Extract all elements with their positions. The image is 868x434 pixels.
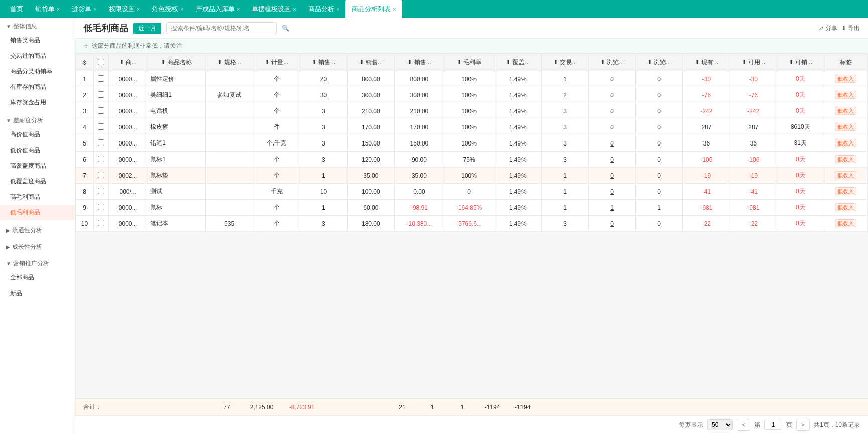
chevron-down-icon-2: ▼ <box>6 118 11 123</box>
sidebar-item-low-margin[interactable]: 低毛利商品 <box>0 205 75 220</box>
sidebar-item-traded-goods[interactable]: 交易过的商品 <box>0 48 75 64</box>
row-browse2: 0 <box>636 152 683 168</box>
row-stock: 287 <box>682 119 730 135</box>
filter-button[interactable]: 近一月 <box>133 23 161 34</box>
row-checkbox[interactable] <box>94 71 109 87</box>
table-header-row: ⚙ ⬆ 商... ⬆ 商品名称 ⬆ 规格... <box>76 54 868 71</box>
sort-icon-gr[interactable]: ⬆ <box>457 59 462 66</box>
row-spec: 535 <box>206 216 253 232</box>
row-browse1[interactable]: 0 <box>589 168 636 184</box>
sidebar-item-low-coverage[interactable]: 低覆盖度商品 <box>0 174 75 189</box>
sidebar-item-high-margin[interactable]: 高毛利商品 <box>0 189 75 205</box>
nav-item-home[interactable]: 首页 <box>4 0 29 18</box>
nav-item-finished-goods[interactable]: 产成品入库单 × <box>190 0 246 18</box>
col-checkbox[interactable] <box>94 54 109 71</box>
nav-item-purchase[interactable]: 进货单 × <box>66 0 102 18</box>
nav-item-roles[interactable]: 角色授权 × <box>146 0 189 18</box>
col-settings[interactable]: ⚙ <box>76 54 94 71</box>
row-salable: 0天 <box>777 152 824 168</box>
prev-page-button[interactable]: ＜ <box>737 419 750 431</box>
row-profit: 75% <box>444 152 494 168</box>
search-icon[interactable]: 🔍 <box>282 25 289 32</box>
sort-icon-av[interactable]: ⬆ <box>742 59 747 66</box>
sort-icon-name[interactable]: ⬆ <box>161 59 166 66</box>
row-checkbox[interactable] <box>94 200 109 216</box>
row-browse1[interactable]: 0 <box>589 216 636 232</box>
close-finished-goods-icon[interactable]: × <box>237 6 240 12</box>
row-browse1[interactable]: 1 <box>589 200 636 216</box>
row-amount: 300.00 <box>394 87 444 103</box>
nav-item-templates[interactable]: 单据模板设置 × <box>246 0 302 18</box>
row-browse1[interactable]: 0 <box>589 71 636 87</box>
sort-icon-spec[interactable]: ⬆ <box>217 59 222 66</box>
sort-icon-sal[interactable]: ⬆ <box>789 59 794 66</box>
row-checkbox[interactable] <box>94 103 109 119</box>
per-page-select[interactable]: 50 20 100 <box>707 419 733 430</box>
row-unit: 个,千克 <box>253 135 300 152</box>
sidebar-item-low-value[interactable]: 低价值商品 <box>0 142 75 158</box>
row-browse2: 0 <box>636 216 683 232</box>
table-row: 6 0000... 鼠标1 个 3 120.00 90.00 75% 1.49%… <box>76 152 868 168</box>
row-checkbox[interactable] <box>94 168 109 184</box>
sidebar-item-high-value[interactable]: 高价值商品 <box>0 127 75 142</box>
export-button[interactable]: ⬇ 导出 <box>841 24 860 33</box>
search-input[interactable] <box>166 22 277 34</box>
row-checkbox[interactable] <box>94 135 109 152</box>
row-browse1[interactable]: 0 <box>589 87 636 103</box>
row-browse1[interactable]: 0 <box>589 103 636 119</box>
row-checkbox[interactable] <box>94 216 109 232</box>
row-unit: 个 <box>253 200 300 216</box>
row-checkbox[interactable] <box>94 119 109 135</box>
select-all-checkbox[interactable] <box>98 59 104 65</box>
sidebar-item-high-coverage[interactable]: 高覆盖度商品 <box>0 158 75 174</box>
row-gross-rate: 1.49% <box>494 184 542 200</box>
sort-icon-spr[interactable]: ⬆ <box>407 59 412 66</box>
row-browse1[interactable]: 0 <box>589 184 636 200</box>
sidebar-item-new-goods[interactable]: 新品 <box>0 285 75 301</box>
sort-icon-tr[interactable]: ⬆ <box>553 59 558 66</box>
sidebar-item-in-stock[interactable]: 有库存的商品 <box>0 79 75 95</box>
row-price: 35.00 <box>347 168 394 184</box>
sort-icon-b1[interactable]: ⬆ <box>600 59 605 66</box>
row-salable: 31天 <box>777 135 824 152</box>
row-browse1[interactable]: 0 <box>589 135 636 152</box>
share-button[interactable]: ⇗ 分享 <box>819 24 837 33</box>
close-roles-icon[interactable]: × <box>180 6 183 12</box>
nav-item-analysis-list[interactable]: 商品分析列表 × <box>345 0 402 18</box>
sidebar-item-capital[interactable]: 库存资金占用 <box>0 95 75 110</box>
close-sales-icon[interactable]: × <box>57 6 60 12</box>
close-purchase-icon[interactable]: × <box>93 6 96 12</box>
nav-item-permissions[interactable]: 权限设置 × <box>103 0 146 18</box>
row-browse1[interactable]: 0 <box>589 152 636 168</box>
settings-icon[interactable]: ⚙ <box>82 59 87 66</box>
row-available: -30 <box>730 71 777 87</box>
page-input[interactable] <box>764 420 782 430</box>
row-checkbox[interactable] <box>94 184 109 200</box>
col-unit: ⬆ 计量... <box>253 54 300 71</box>
next-page-button[interactable]: ＞ <box>796 419 810 431</box>
sidebar-item-all-goods[interactable]: 全部商品 <box>0 270 75 285</box>
close-permissions-icon[interactable]: × <box>137 6 140 12</box>
sort-icon[interactable]: ⬆ <box>119 59 124 66</box>
row-browse1[interactable]: 0 <box>589 119 636 135</box>
sort-icon-sq[interactable]: ⬆ <box>312 59 317 66</box>
sort-icon-cov[interactable]: ⬆ <box>506 59 511 66</box>
sidebar-group-growth-title: ▶ 成长性分析 <box>0 239 75 253</box>
nav-item-sales[interactable]: 销货单 × <box>29 0 66 18</box>
sort-icon-b2[interactable]: ⬆ <box>647 59 652 66</box>
row-browse2: 0 <box>636 103 683 119</box>
sort-icon-sp[interactable]: ⬆ <box>359 59 364 66</box>
close-analysis-icon[interactable]: × <box>336 6 339 12</box>
sort-icon-st[interactable]: ⬆ <box>695 59 700 66</box>
close-templates-icon[interactable]: × <box>293 6 296 12</box>
close-analysis-list-icon[interactable]: × <box>393 6 396 12</box>
row-name: 橡皮擦 <box>147 119 206 135</box>
col-code: ⬆ 商... <box>109 54 147 71</box>
notice-text: 这部分商品的利润非常低，请关注 <box>92 42 182 50</box>
sidebar-item-category-rate[interactable]: 商品分类助销率 <box>0 64 75 79</box>
row-checkbox[interactable] <box>94 152 109 168</box>
sort-icon-unit[interactable]: ⬆ <box>265 59 270 66</box>
nav-item-analysis[interactable]: 商品分析 × <box>302 0 345 18</box>
sidebar-item-sales-goods[interactable]: 销售类商品 <box>0 33 75 48</box>
row-checkbox[interactable] <box>94 87 109 103</box>
